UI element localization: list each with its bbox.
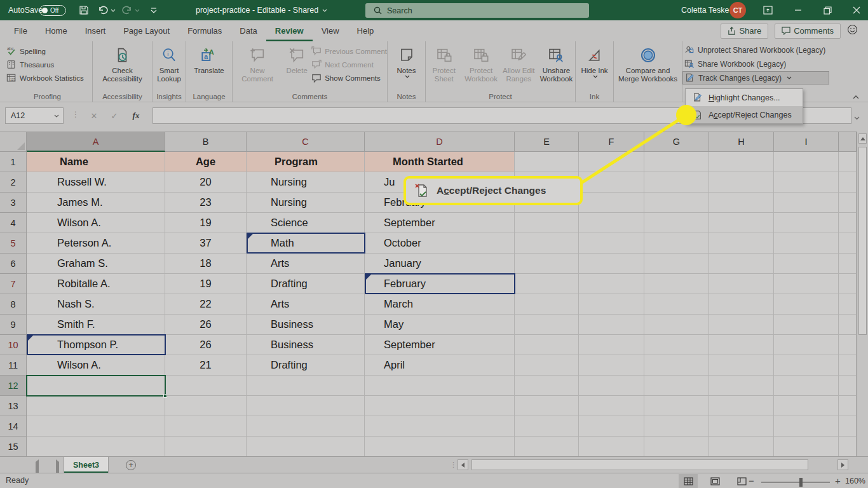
column-header-i[interactable]: I [774,132,839,152]
cell-H8[interactable] [709,294,774,315]
undo-icon[interactable] [95,0,111,20]
cell-F15[interactable] [579,437,644,456]
cell-tail-5[interactable] [839,233,857,254]
undo-chevron-icon[interactable] [109,0,117,20]
cell-I14[interactable] [774,416,839,437]
ribbon-button-show-comments[interactable]: Show Comments [311,73,387,83]
cell-A9[interactable]: Smith F. [27,315,165,335]
column-header-g[interactable]: G [644,132,709,152]
quick-access-toolbar-chevron-icon[interactable] [146,0,161,20]
row-header-11[interactable]: 11 [0,355,27,376]
cell-F10[interactable] [579,335,644,355]
cell-G1[interactable] [644,152,709,172]
name-box[interactable]: A12 [5,107,64,124]
cell-G13[interactable] [644,396,709,416]
row-header-14[interactable]: 14 [0,416,27,437]
cell-A14[interactable] [27,416,165,437]
row-header-1[interactable]: 1 [0,152,27,172]
cell-C14[interactable] [247,416,365,437]
cell-tail-13[interactable] [839,396,857,416]
ribbon-button-unprotect-shared-workbook-legacy-[interactable]: Unprotect Shared Workbook (Legacy) [682,43,829,57]
cell-H12[interactable] [709,376,774,396]
cell-E15[interactable] [515,437,579,456]
cell-F13[interactable] [579,396,644,416]
normal-view-button[interactable] [679,474,698,488]
formula-bar-expand-icon[interactable] [854,111,860,123]
cell-G6[interactable] [644,254,709,274]
name-box-chevron-icon[interactable] [54,114,59,118]
cell-B11[interactable]: 21 [165,355,247,376]
tab-file[interactable]: File [5,20,36,41]
cell-I7[interactable] [774,274,839,294]
cell-B2[interactable]: 20 [165,172,247,193]
close-button[interactable] [849,0,864,20]
row-header-5[interactable]: 5 [0,233,27,254]
hscroll-splitter[interactable]: ⋮ [450,461,458,469]
cell-tail-6[interactable] [839,254,857,274]
cell-D14[interactable] [365,416,515,437]
cell-E9[interactable] [515,315,579,335]
cell-H3[interactable] [709,193,774,213]
zoom-slider-thumb[interactable] [799,478,803,487]
cell-F14[interactable] [579,416,644,437]
cell-G7[interactable] [644,274,709,294]
ribbon-button-unshare-workbook[interactable]: Unshare Workbook [538,44,575,83]
title-chevron-icon[interactable] [322,9,327,12]
tab-data[interactable]: Data [231,20,266,41]
cell-F3[interactable] [579,193,644,213]
row-header-6[interactable]: 6 [0,254,27,274]
cell-C12[interactable] [247,376,365,396]
cell-D7[interactable]: February [365,274,515,294]
row-header-7[interactable]: 7 [0,274,27,294]
cell-tail-2[interactable] [839,172,857,193]
cell-tail-14[interactable] [839,416,857,437]
cell-I2[interactable] [774,172,839,193]
cell-H6[interactable] [709,254,774,274]
cell-B5[interactable]: 37 [165,233,247,254]
cell-tail-11[interactable] [839,355,857,376]
cell-G5[interactable] [644,233,709,254]
scroll-right-icon[interactable] [837,459,848,470]
cell-E4[interactable] [515,213,579,233]
tab-review[interactable]: Review [266,20,313,41]
page-layout-view-button[interactable] [705,474,724,488]
cell-G10[interactable] [644,335,709,355]
cell-F11[interactable] [579,355,644,376]
row-header-3[interactable]: 3 [0,193,27,213]
search-input[interactable]: Search [365,3,589,18]
vertical-scrollbar[interactable] [857,132,868,456]
column-header-c[interactable]: C [247,132,365,152]
tab-insert[interactable]: Insert [76,20,115,41]
cell-I10[interactable] [774,335,839,355]
minimize-button[interactable] [790,0,806,20]
ribbon-button-notes[interactable]: Notes [392,44,421,78]
cell-G4[interactable] [644,213,709,233]
cell-B9[interactable]: 26 [165,315,247,335]
cell-D1[interactable]: Month Started [365,152,515,172]
cell-F4[interactable] [579,213,644,233]
cell-F1[interactable] [579,152,644,172]
collapse-ribbon-button[interactable] [849,92,863,102]
cell-A13[interactable] [27,396,165,416]
cell-F8[interactable] [579,294,644,315]
cell-G14[interactable] [644,416,709,437]
cell-H4[interactable] [709,213,774,233]
avatar[interactable]: CT [729,2,746,18]
cell-B7[interactable]: 19 [165,274,247,294]
cell-A11[interactable]: Wilson A. [27,355,165,376]
cell-C4[interactable]: Science [247,213,365,233]
cell-B1[interactable]: Age [165,152,247,172]
cell-G8[interactable] [644,294,709,315]
sheet-nav-left-icon[interactable] [36,462,39,473]
cell-C13[interactable] [247,396,365,416]
cell-H5[interactable] [709,233,774,254]
cell-tail-1[interactable] [839,152,857,172]
menu-item-highlight-changes-[interactable]: Highlight Changes... [686,89,803,106]
cell-tail-8[interactable] [839,294,857,315]
row-header-10[interactable]: 10 [0,335,27,355]
cell-C7[interactable]: Drafting [247,274,365,294]
cell-F6[interactable] [579,254,644,274]
cell-C6[interactable]: Arts [247,254,365,274]
cell-E11[interactable] [515,355,579,376]
cell-H13[interactable] [709,396,774,416]
